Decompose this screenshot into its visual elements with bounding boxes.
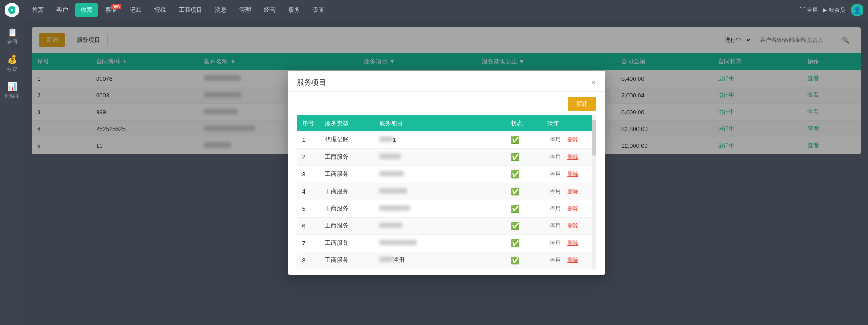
- modal-cell-seq: 7: [297, 234, 320, 252]
- nav-bookkeeping[interactable]: 记账: [124, 3, 147, 17]
- delete-button[interactable]: 删除: [565, 187, 581, 196]
- modal-cell-item: [374, 183, 505, 200]
- nav-fee[interactable]: 收费: [75, 3, 98, 17]
- nav-invoice[interactable]: 票据 new: [100, 3, 122, 17]
- stop-button[interactable]: 停用: [547, 187, 563, 196]
- modal-col-item: 服务项目: [374, 115, 505, 131]
- modal-cell-seq: 2: [297, 148, 320, 165]
- nav-message[interactable]: 消息: [209, 3, 232, 17]
- modal-cell-action: 停用 删除: [542, 217, 596, 234]
- scrollbar-track[interactable]: [592, 115, 596, 269]
- modal-cell-item: [374, 148, 505, 165]
- modal-col-status: 状态: [505, 115, 542, 131]
- member-button[interactable]: ▶ 畅会员: [823, 6, 845, 14]
- delete-button[interactable]: 删除: [565, 170, 581, 179]
- modal-table-row: 7 工商服务 ✅ 停用 删除: [297, 234, 596, 252]
- modal-cell-seq: 8: [297, 252, 320, 269]
- service-item-modal: 服务项目 × 新建 序号 服务类型 服务项目 状态: [288, 71, 605, 275]
- modal-cell-type: 工商服务: [320, 148, 374, 165]
- delete-button[interactable]: 删除: [565, 221, 581, 231]
- stop-button[interactable]: 停用: [547, 238, 563, 248]
- modal-header: 服务项目 ×: [288, 71, 605, 92]
- top-nav: 首页 客户 收费 票据 new 记账 报税 工商项目 消息 管理 经营 服务 设…: [0, 0, 868, 20]
- nav-customer[interactable]: 客户: [51, 3, 73, 17]
- modal-cell-status: ✅: [505, 234, 542, 252]
- modal-cell-action: 停用 删除: [542, 131, 596, 149]
- new-service-button[interactable]: 新建: [568, 97, 596, 111]
- modal-cell-item: 注册: [374, 252, 505, 269]
- modal-cell-action: 停用 删除: [542, 165, 596, 183]
- modal-table-row: 4 工商服务 ✅ 停用 删除: [297, 183, 596, 200]
- modal-cell-action: 停用 删除: [542, 148, 596, 165]
- nav-manage[interactable]: 管理: [234, 3, 257, 17]
- modal-cell-type: 工商服务: [320, 252, 374, 269]
- modal-table-row: 5 工商服务 ✅ 停用 删除: [297, 200, 596, 217]
- sidebar: 📋 合同 💰 收费 📊 对账单: [0, 20, 24, 325]
- modal-body: 新建 序号 服务类型 服务项目 状态 操作: [288, 92, 605, 275]
- modal-cell-action: 停用 删除: [542, 200, 596, 217]
- delete-button[interactable]: 删除: [565, 256, 581, 265]
- delete-button[interactable]: 删除: [565, 135, 581, 145]
- avatar[interactable]: 👤: [851, 4, 863, 16]
- modal-cell-type: 代理记账: [320, 131, 374, 149]
- modal-cell-status: ✅: [505, 252, 542, 269]
- modal-table-row: 3 工商服务 ✅ 停用 删除: [297, 165, 596, 183]
- member-icon: ▶: [823, 7, 827, 13]
- modal-cell-item: [374, 200, 505, 217]
- modal-cell-status: ✅: [505, 148, 542, 165]
- modal-cell-seq: 5: [297, 200, 320, 217]
- delete-button[interactable]: 删除: [565, 238, 581, 248]
- modal-close-button[interactable]: ×: [591, 78, 596, 87]
- modal-cell-item: [374, 165, 505, 183]
- modal-toolbar: 新建: [297, 97, 596, 111]
- modal-title: 服务项目: [297, 78, 326, 87]
- modal-cell-seq: 1: [297, 131, 320, 149]
- statement-icon: 📊: [7, 82, 17, 92]
- app-logo[interactable]: [5, 3, 19, 17]
- sidebar-item-fee[interactable]: 💰 收费: [1, 51, 23, 76]
- stop-button[interactable]: 停用: [547, 135, 563, 145]
- modal-table-body: 1 代理记账 1 ✅ 停用 删除 2 工商服务 ✅ 停用 删除 3 工商服务 ✅…: [297, 131, 596, 269]
- modal-cell-item: 1: [374, 131, 505, 149]
- stop-button[interactable]: 停用: [547, 221, 563, 231]
- nav-settings[interactable]: 设置: [307, 3, 330, 17]
- modal-table-row: 2 工商服务 ✅ 停用 删除: [297, 148, 596, 165]
- nav-items: 首页 客户 收费 票据 new 记账 报税 工商项目 消息 管理 经营 服务 设…: [26, 3, 800, 17]
- modal-table: 序号 服务类型 服务项目 状态 操作 1 代理记账 1 ✅ 停用 删: [297, 115, 596, 269]
- stop-button[interactable]: 停用: [547, 256, 563, 265]
- modal-cell-item: [374, 234, 505, 252]
- modal-cell-type: 工商服务: [320, 234, 374, 252]
- modal-cell-action: 停用 删除: [542, 234, 596, 252]
- modal-cell-seq: 6: [297, 217, 320, 234]
- sidebar-item-statement[interactable]: 📊 对账单: [1, 78, 23, 103]
- modal-col-action: 操作: [542, 115, 596, 131]
- sidebar-item-contract[interactable]: 📋 合同: [1, 24, 23, 49]
- stop-button[interactable]: 停用: [547, 170, 563, 179]
- nav-service[interactable]: 服务: [283, 3, 305, 17]
- modal-cell-action: 停用 删除: [542, 183, 596, 200]
- delete-button[interactable]: 删除: [565, 152, 581, 162]
- nav-tax[interactable]: 报税: [149, 3, 171, 17]
- nav-operation[interactable]: 经营: [258, 3, 281, 17]
- modal-table-row: 8 工商服务 注册 ✅ 停用 删除: [297, 252, 596, 269]
- fullscreen-button[interactable]: ⛶ 全屏: [800, 6, 818, 14]
- scrollbar-thumb[interactable]: [592, 120, 596, 156]
- nav-right: ⛶ 全屏 ▶ 畅会员 👤: [800, 4, 863, 16]
- modal-table-row: 1 代理记账 1 ✅ 停用 删除: [297, 131, 596, 149]
- modal-cell-status: ✅: [505, 200, 542, 217]
- modal-col-seq: 序号: [297, 115, 320, 131]
- modal-cell-action: 停用 删除: [542, 252, 596, 269]
- fee-icon: 💰: [7, 54, 17, 64]
- delete-button[interactable]: 删除: [565, 204, 581, 213]
- modal-cell-type: 工商服务: [320, 183, 374, 200]
- new-badge: new: [111, 4, 121, 9]
- stop-button[interactable]: 停用: [547, 204, 563, 213]
- contract-icon: 📋: [7, 27, 17, 37]
- main-content: 新增 服务项目 进行中已完成已停止 🔍 序号 合同编码 ⇅ 客户名称 ⇅: [24, 20, 868, 325]
- stop-button[interactable]: 停用: [547, 152, 563, 162]
- nav-home[interactable]: 首页: [26, 3, 49, 17]
- modal-cell-item: [374, 217, 505, 234]
- modal-cell-seq: 3: [297, 165, 320, 183]
- modal-cell-type: 工商服务: [320, 200, 374, 217]
- nav-industrial[interactable]: 工商项目: [173, 3, 208, 17]
